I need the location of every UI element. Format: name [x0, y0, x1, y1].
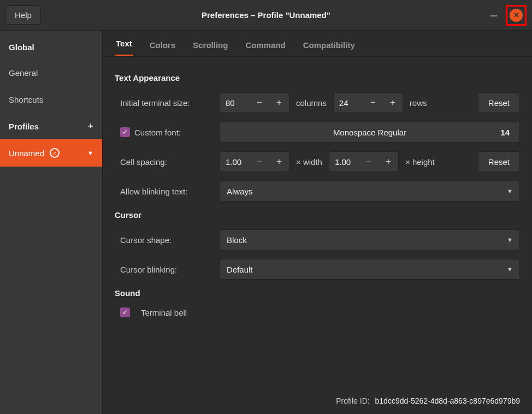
cursor-blinking-value: Default [227, 265, 253, 274]
rows-increment[interactable]: + [383, 93, 403, 113]
width-decrement[interactable]: − [250, 152, 269, 171]
section-sound: Sound [115, 288, 520, 298]
row-cursor-shape: Cursor shape: Block ▼ [120, 229, 520, 250]
sidebar-item-shortcuts[interactable]: Shortcuts [0, 86, 102, 113]
width-unit: × width [296, 157, 322, 167]
cursor-blinking-label: Cursor blinking: [120, 265, 213, 274]
chevron-down-icon: ▼ [507, 266, 513, 273]
blinking-text-select[interactable]: Always ▼ [220, 181, 520, 202]
font-name: Monospace Regular [220, 128, 519, 137]
sidebar-section-profiles-label: Profiles [9, 122, 39, 131]
width-increment[interactable]: + [269, 152, 289, 171]
terminal-bell-checkbox[interactable]: ✓ [120, 307, 130, 317]
body: Global General Shortcuts Profiles + Unna… [0, 31, 532, 414]
initial-size-label: Initial terminal size: [120, 98, 213, 108]
add-profile-button[interactable]: + [88, 121, 93, 132]
help-button[interactable]: Help [5, 5, 41, 25]
height-value: 1.00 [329, 157, 359, 167]
cell-spacing-label: Cell spacing: [120, 157, 213, 167]
sidebar-item-profile-unnamed[interactable]: Unnamed ✓ ▼ [0, 139, 102, 167]
tab-text[interactable]: Text [115, 39, 133, 56]
cursor-shape-value: Block [227, 235, 247, 245]
columns-value: 80 [220, 98, 250, 108]
columns-increment[interactable]: + [269, 93, 289, 113]
row-cell-spacing: Cell spacing: 1.00 − + × width 1.00 − + [120, 151, 520, 172]
cursor-shape-label: Cursor shape: [120, 235, 213, 245]
close-button[interactable]: ✕ [510, 9, 523, 22]
columns-unit: columns [296, 98, 327, 108]
row-cursor-blinking: Cursor blinking: Default ▼ [120, 259, 520, 280]
window-title: Preferences – Profile "Unnamed" [0, 10, 532, 20]
blinking-text-value: Always [227, 187, 253, 196]
height-increment[interactable]: + [379, 152, 398, 171]
rows-unit: rows [410, 98, 471, 108]
width-value: 1.00 [220, 157, 250, 167]
profile-id-label: Profile ID: [336, 397, 369, 405]
height-spinner[interactable]: 1.00 − + [329, 151, 399, 172]
blinking-text-label: Allow blinking text: [120, 187, 213, 196]
row-terminal-bell: ✓ Terminal bell [120, 307, 520, 317]
rows-value: 24 [334, 98, 363, 108]
width-spinner[interactable]: 1.00 − + [220, 151, 289, 172]
section-cursor: Cursor [115, 210, 520, 220]
close-icon: ✕ [513, 11, 519, 19]
row-initial-size: Initial terminal size: 80 − + columns 24… [120, 92, 520, 113]
check-circle-icon: ✓ [50, 148, 60, 158]
height-unit: × height [405, 157, 471, 167]
sidebar-section-profiles: Profiles + [0, 113, 102, 139]
custom-font-checkbox[interactable]: ✓ [120, 127, 130, 137]
tab-bar: Text Colors Scrolling Command Compatibil… [103, 31, 532, 57]
columns-decrement[interactable]: − [250, 93, 269, 113]
font-picker-button[interactable]: Monospace Regular 14 [220, 122, 520, 143]
tab-content: Text Appearance Initial terminal size: 8… [103, 57, 532, 397]
custom-font-control: ✓ Custom font: [120, 127, 213, 137]
preferences-window: Help Preferences – Profile "Unnamed" – ✕… [0, 0, 532, 414]
sidebar-section-global: Global [0, 35, 102, 60]
chevron-down-icon: ▼ [507, 236, 513, 243]
minimize-button[interactable]: – [486, 8, 501, 23]
chevron-down-icon[interactable]: ▼ [87, 150, 93, 156]
sidebar: Global General Shortcuts Profiles + Unna… [0, 31, 103, 414]
tab-compatibility[interactable]: Compatibility [302, 40, 356, 56]
sidebar-item-general[interactable]: General [0, 60, 102, 86]
reset-size-button[interactable]: Reset [478, 92, 520, 113]
titlebar: Help Preferences – Profile "Unnamed" – ✕ [0, 0, 532, 31]
cursor-shape-select[interactable]: Block ▼ [220, 229, 520, 250]
row-custom-font: ✓ Custom font: Monospace Regular 14 [120, 122, 520, 143]
close-button-highlight: ✕ [506, 5, 527, 26]
custom-font-label: Custom font: [134, 128, 181, 137]
tab-colors[interactable]: Colors [149, 40, 177, 56]
main-panel: Text Colors Scrolling Command Compatibil… [103, 31, 532, 414]
sidebar-item-label: Unnamed [9, 149, 44, 158]
height-decrement[interactable]: − [359, 152, 379, 171]
terminal-bell-label: Terminal bell [141, 308, 187, 317]
sidebar-section-global-label: Global [9, 43, 34, 52]
rows-decrement[interactable]: − [363, 93, 383, 113]
window-controls: – ✕ [486, 5, 527, 26]
columns-spinner[interactable]: 80 − + [220, 92, 289, 113]
tab-command[interactable]: Command [244, 40, 286, 56]
cursor-blinking-select[interactable]: Default ▼ [220, 259, 520, 280]
section-text-appearance: Text Appearance [115, 73, 520, 82]
tab-scrolling[interactable]: Scrolling [192, 40, 229, 56]
reset-spacing-button[interactable]: Reset [478, 151, 520, 172]
chevron-down-icon: ▼ [507, 188, 513, 194]
rows-spinner[interactable]: 24 − + [333, 92, 403, 113]
footer: Profile ID: b1dcc9dd-5262-4d8d-a863-c897… [103, 397, 532, 414]
row-blinking-text: Allow blinking text: Always ▼ [120, 181, 520, 202]
profile-id-value: b1dcc9dd-5262-4d8d-a863-c897e6d979b9 [375, 397, 520, 405]
